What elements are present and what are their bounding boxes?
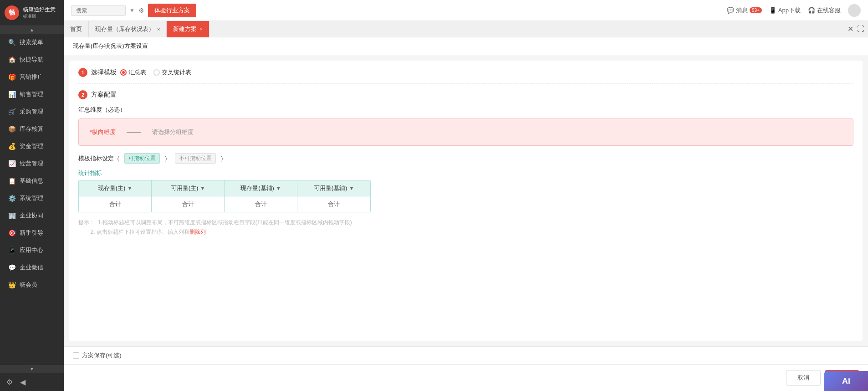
sidebar-item-label: 营销推广 <box>20 73 43 81</box>
stats-section: 统计指标 现存量(主) ▼ 可用量(主) ▼ 现存量(基辅) <box>78 169 853 212</box>
step2-text: 方案配置 <box>91 91 117 99</box>
sidebar-item-label: 新手引导 <box>20 229 43 237</box>
search-input[interactable] <box>71 5 126 16</box>
topbar-right: 💬 消息 99+ 📱 App下载 🎧 在线客服 <box>727 4 861 17</box>
stats-col-4-header: 可用量(基辅) ▼ <box>297 180 370 196</box>
step2-label: 2 方案配置 <box>78 90 853 99</box>
sales-icon: 📊 <box>8 90 16 98</box>
stats-col-1-header: 现存量(主) ▼ <box>79 180 152 196</box>
sidebar-item-basic-info[interactable]: 📋 基础信息 <box>0 172 64 190</box>
sidebar-footer: ⚙ ◀ <box>0 373 64 391</box>
search-dropdown-icon[interactable]: ▼ <box>129 7 135 14</box>
tabs-right-controls: ✕ ⛶ <box>848 25 868 33</box>
online-service-item[interactable]: 🎧 在线客服 <box>808 6 841 15</box>
basic-info-icon: 📋 <box>8 177 16 185</box>
logo-icon: 畅 <box>5 5 19 20</box>
sidebar-item-inventory[interactable]: 📦 库存核算 <box>0 120 64 138</box>
sidebar-item-quick-nav[interactable]: 🏠 快捷导航 <box>0 51 64 68</box>
tip-1: 提示： 1.拖动标题栏可以调整布局，不可跨维度或指标区域拖动栏目字段(只能在同一… <box>78 219 853 226</box>
sidebar-item-label: 基础信息 <box>20 177 43 185</box>
vertical-dim-placeholder: 请选择分组维度 <box>152 128 194 136</box>
industry-solution-button[interactable]: 体验行业方案 <box>148 4 196 17</box>
sidebar-item-system[interactable]: ⚙️ 系统管理 <box>0 190 64 207</box>
tip-2-link[interactable]: 删除列 <box>189 229 206 235</box>
sidebar-item-enterprise-wx[interactable]: 💬 企业微信 <box>0 259 64 276</box>
audio-icon[interactable]: ◀ <box>20 378 26 386</box>
app-logo: 畅 畅康通好生意 标准版 <box>0 0 64 26</box>
tabs-bar: 首页 现存量（库存状况表） × 新建方案 × ✕ ⛶ <box>64 21 868 37</box>
template-radio-group: 汇总表 交叉统计表 <box>120 68 191 77</box>
sidebar-scroll-down[interactable]: ▼ <box>0 365 64 373</box>
sidebar-scroll-up[interactable]: ▲ <box>0 26 64 34</box>
membership-icon: 👑 <box>8 281 16 289</box>
tab-new-plan[interactable]: 新建方案 × <box>167 21 209 37</box>
sidebar-item-membership[interactable]: 👑 畅会员 <box>0 276 64 293</box>
col-3-dropdown-icon[interactable]: ▼ <box>276 185 281 191</box>
app-download-item[interactable]: 📱 App下载 <box>769 6 801 15</box>
new-guide-icon: 🎯 <box>8 229 16 237</box>
stats-col-4-body: 合计 <box>297 196 370 212</box>
sidebar-item-operations[interactable]: 📈 经营管理 <box>0 155 64 172</box>
sidebar-item-purchase[interactable]: 🛒 采购管理 <box>0 103 64 120</box>
radio-summary-label: 汇总表 <box>128 68 146 77</box>
dimension-area[interactable]: *纵向维度 —— 请选择分组维度 <box>78 118 853 146</box>
sidebar-menu: 🔍 搜索菜单 🏠 快捷导航 🎁 营销推广 📊 销售管理 🛒 采购管理 📦 库存核… <box>0 34 64 365</box>
sidebar-item-app-center[interactable]: 📱 应用中心 <box>0 242 64 259</box>
main-area: ▼ ⚙ 体验行业方案 💬 消息 99+ 📱 App下载 🎧 在线客服 首页 <box>64 0 868 391</box>
radio-crosstab[interactable]: 交叉统计表 <box>153 68 191 77</box>
step1-divider <box>78 83 853 84</box>
settings-icon[interactable]: ⚙ <box>6 378 13 386</box>
sidebar-item-label: 畅会员 <box>20 281 37 289</box>
col-2-dropdown-icon[interactable]: ▼ <box>200 185 205 191</box>
radio-summary[interactable]: 汇总表 <box>120 68 146 77</box>
tab-inventory[interactable]: 现存量（库存状况表） × <box>89 21 167 37</box>
app-download-icon: 📱 <box>769 7 776 14</box>
sidebar-item-sales[interactable]: 📊 销售管理 <box>0 86 64 103</box>
enterprise-wx-icon: 💬 <box>8 263 16 272</box>
tab-inventory-close[interactable]: × <box>157 26 160 32</box>
col-4-dropdown-icon[interactable]: ▼ <box>349 185 354 191</box>
tab-new-plan-label: 新建方案 <box>173 25 197 33</box>
footer-bar: 取消 查询 <box>64 364 868 391</box>
stats-col-2-body: 合计 <box>152 196 225 212</box>
tab-close-icon[interactable]: ✕ <box>848 25 853 33</box>
sidebar-item-search-menu[interactable]: 🔍 搜索菜单 <box>0 34 64 51</box>
sidebar-item-label: 企业协同 <box>20 211 43 220</box>
tab-home[interactable]: 首页 <box>64 21 89 37</box>
tab-new-plan-close[interactable]: × <box>199 26 202 32</box>
sidebar-item-label: 应用中心 <box>20 246 43 254</box>
ai-float-button[interactable]: Ai <box>824 371 868 391</box>
save-checkbox-input[interactable] <box>73 352 79 359</box>
tips-section: 提示： 1.拖动标题栏可以调整布局，不可跨维度或指标区域拖动栏目字段(只能在同一… <box>78 219 853 236</box>
enterprise-icon: 🏢 <box>8 211 16 220</box>
stats-col-3-header: 现存量(基辅) ▼ <box>225 180 297 196</box>
summary-dim-label: 汇总维度（必选） <box>78 106 853 114</box>
col-1-dropdown-icon[interactable]: ▼ <box>127 185 132 191</box>
sidebar-item-enterprise[interactable]: 🏢 企业协同 <box>0 207 64 224</box>
tab-expand-icon[interactable]: ⛶ <box>857 25 864 33</box>
tab-inventory-label: 现存量（库存状况表） <box>95 25 154 33</box>
headset-icon: 🎧 <box>808 7 815 14</box>
stats-col-1-body: 合计 <box>79 196 152 212</box>
topbar-left: ▼ ⚙ 体验行业方案 <box>71 4 721 17</box>
stats-header-row: 现存量(主) ▼ 可用量(主) ▼ 现存量(基辅) ▼ 可用量(基辅) <box>79 180 370 196</box>
topbar: ▼ ⚙ 体验行业方案 💬 消息 99+ 📱 App下载 🎧 在线客服 <box>64 0 868 21</box>
finance-icon: 💰 <box>8 142 16 150</box>
search-menu-icon: 🔍 <box>8 38 16 46</box>
save-checkbox-label: 方案保存(可选) <box>82 351 122 360</box>
stats-body-row: 合计 合计 合计 合计 <box>79 196 370 212</box>
stats-col-3-body: 合计 <box>225 196 297 212</box>
sidebar-item-marketing[interactable]: 🎁 营销推广 <box>0 68 64 86</box>
sidebar-item-label: 系统管理 <box>20 194 43 202</box>
sidebar-item-finance[interactable]: 💰 资金管理 <box>0 138 64 155</box>
sidebar-item-new-guide[interactable]: 🎯 新手引导 <box>0 224 64 242</box>
save-checkbox-area: 方案保存(可选) <box>64 346 868 364</box>
marketing-icon: 🎁 <box>8 73 16 81</box>
messages-item[interactable]: 💬 消息 99+ <box>727 6 762 15</box>
user-avatar[interactable] <box>848 4 861 17</box>
online-service-label: 在线客服 <box>817 6 841 15</box>
cancel-button[interactable]: 取消 <box>786 370 821 386</box>
message-icon: 💬 <box>727 7 734 14</box>
tip-2: 2. 点击标题栏下拉可设置排序、插入列和删除列 <box>78 228 853 236</box>
topbar-gear-icon[interactable]: ⚙ <box>138 7 144 14</box>
